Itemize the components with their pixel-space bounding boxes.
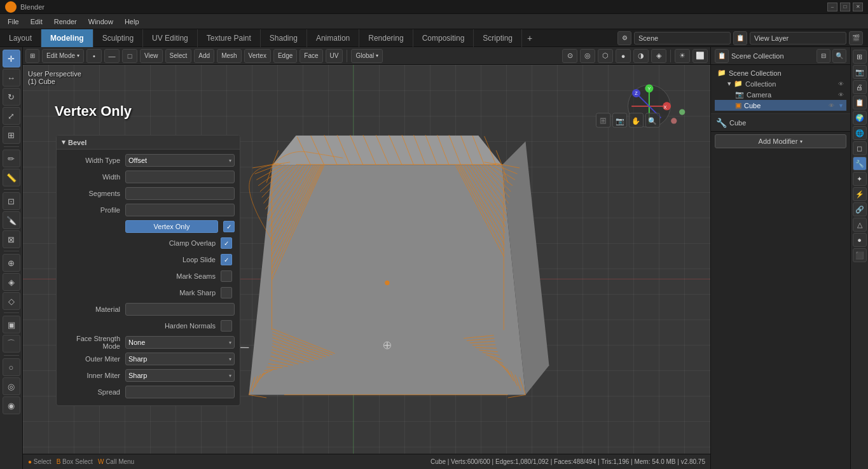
width-type-dropdown[interactable]: Offset <box>125 154 235 167</box>
scene-props-icon[interactable]: ⊞ <box>853 50 867 64</box>
clamp-overlap-checkbox[interactable]: ✓ <box>221 237 232 249</box>
push-pull-tool[interactable]: ◉ <box>3 396 20 414</box>
view-menu[interactable]: View <box>140 49 163 63</box>
texture-props-icon[interactable]: ⬛ <box>853 248 867 262</box>
object-props-icon[interactable]: ◻ <box>853 141 867 155</box>
menu-file[interactable]: File <box>3 17 24 27</box>
tab-scripting[interactable]: Scripting <box>474 29 522 47</box>
cube-item[interactable]: ▣ Cube 👁 ▼ <box>715 100 846 111</box>
select-tool[interactable]: ▣ <box>3 316 20 333</box>
render-icon[interactable]: 🎬 <box>849 31 863 45</box>
proportional-icon[interactable]: ◎ <box>580 49 595 63</box>
face-strength-dropdown[interactable]: None <box>125 336 235 349</box>
mesh-menu[interactable]: Mesh <box>217 49 241 63</box>
move-tool[interactable]: ↔ <box>3 69 20 87</box>
measure-tool[interactable]: 📏 <box>3 169 20 186</box>
face-menu[interactable]: Face <box>300 49 322 63</box>
rotate-tool[interactable]: ↻ <box>3 88 20 106</box>
extrude-tool[interactable]: ⊕ <box>3 254 20 272</box>
outer-miter-dropdown[interactable]: Sharp <box>125 353 235 365</box>
data-props-icon[interactable]: △ <box>853 218 867 232</box>
lasso-tool[interactable]: ⌒ <box>3 335 20 353</box>
close-button[interactable]: ✕ <box>853 3 863 11</box>
spread-input[interactable]: 0.100 <box>125 386 235 398</box>
cursor-tool[interactable]: ✛ <box>3 50 20 67</box>
uv-menu[interactable]: UV <box>326 49 343 63</box>
bevel-collapse-icon[interactable]: ▾ <box>62 138 65 146</box>
search-outliner-icon[interactable]: 🔍 <box>832 49 846 63</box>
tab-sculpting[interactable]: Sculpting <box>93 29 143 47</box>
material-props-icon[interactable]: ● <box>853 233 867 247</box>
scene2-props-icon[interactable]: 🌍 <box>853 111 867 125</box>
add-menu[interactable]: Add <box>194 49 214 63</box>
solid-view-icon[interactable]: ● <box>616 49 631 63</box>
workspace-settings-icon[interactable]: ⚙ <box>617 31 631 45</box>
add-modifier-button[interactable]: Add Modifier <box>715 134 846 148</box>
view-layer-icon[interactable]: 📋 <box>733 31 747 45</box>
material-input[interactable]: -1 <box>125 303 235 316</box>
view-layer-selector[interactable] <box>750 32 846 45</box>
tab-animation[interactable]: Animation <box>307 29 359 47</box>
edge-menu[interactable]: Edge <box>273 49 297 63</box>
mode-selector[interactable]: Edit Mode <box>42 49 84 63</box>
select-menu[interactable]: Select <box>165 49 192 63</box>
loopcut-tool[interactable]: ⊡ <box>3 192 20 210</box>
annotate-tool[interactable]: ✏ <box>3 150 20 167</box>
transform-orientation[interactable]: Global <box>351 49 383 63</box>
modifier-props-icon[interactable]: 🔧 <box>853 157 867 171</box>
render-props-icon[interactable]: 📷 <box>853 65 867 79</box>
add-workspace-button[interactable]: + <box>522 33 537 43</box>
bevel-tool[interactable]: ◇ <box>3 292 20 310</box>
viewport-canvas[interactable]: X Y Z <box>23 65 710 454</box>
knife-tool[interactable]: 🔪 <box>3 211 20 229</box>
profile-input[interactable]: 0.690 <box>125 204 235 216</box>
tab-texture-paint[interactable]: Texture Paint <box>198 29 261 47</box>
editor-type-button[interactable]: ⊞ <box>25 49 39 63</box>
camera-item[interactable]: 📷 Camera 👁 <box>715 89 846 100</box>
vertex-select-icon[interactable]: • <box>86 49 102 63</box>
window-controls[interactable]: – □ ✕ <box>827 3 863 11</box>
maximize-button[interactable]: □ <box>840 3 850 11</box>
vertex-only-value[interactable]: Vertex Only <box>125 220 218 233</box>
vertex-menu[interactable]: Vertex <box>244 49 271 63</box>
viewport-shading-icon[interactable]: ☀ <box>675 49 690 63</box>
view-layer-props-icon[interactable]: 📋 <box>853 95 867 109</box>
width-input[interactable]: 2.75m <box>125 171 235 183</box>
scale-tool[interactable]: ⤢ <box>3 107 20 125</box>
bisect-tool[interactable]: ⊠ <box>3 230 20 248</box>
outliner-icon[interactable]: 📋 <box>715 49 729 63</box>
tab-layout[interactable]: Layout <box>0 29 41 47</box>
snap-icon[interactable]: ⊙ <box>562 49 577 63</box>
segments-input[interactable]: 9 <box>125 187 235 200</box>
smooth-tool[interactable]: ○ <box>3 358 20 376</box>
vertex-only-checkbox[interactable]: ✓ <box>223 221 235 232</box>
face-select-icon[interactable]: □ <box>122 49 137 63</box>
physics-props-icon[interactable]: ⚡ <box>853 187 867 201</box>
constraints-props-icon[interactable]: 🔗 <box>853 202 867 216</box>
inset-tool[interactable]: ◈ <box>3 273 20 291</box>
tab-compositing[interactable]: Compositing <box>413 29 474 47</box>
tab-uv-editing[interactable]: UV Editing <box>143 29 198 47</box>
inner-miter-dropdown[interactable]: Sharp <box>125 369 235 382</box>
tab-rendering[interactable]: Rendering <box>359 29 413 47</box>
menu-render[interactable]: Render <box>49 17 82 27</box>
menu-help[interactable]: Help <box>120 17 144 27</box>
material-view-icon[interactable]: ◑ <box>633 49 649 63</box>
shrink-tool[interactable]: ◎ <box>3 377 20 395</box>
tab-shading[interactable]: Shading <box>261 29 307 47</box>
world-props-icon[interactable]: 🌐 <box>853 126 867 140</box>
scene-selector[interactable] <box>634 32 731 45</box>
transform-tool[interactable]: ⊞ <box>3 126 20 144</box>
mark-sharp-checkbox[interactable] <box>221 287 232 298</box>
loop-slide-checkbox[interactable]: ✓ <box>221 254 232 265</box>
particles-props-icon[interactable]: ✦ <box>853 172 867 186</box>
edge-select-icon[interactable]: — <box>104 49 120 63</box>
minimize-button[interactable]: – <box>827 3 837 11</box>
xray-icon[interactable]: ⬜ <box>692 49 708 63</box>
harden-normals-checkbox[interactable] <box>221 320 232 332</box>
filter-icon[interactable]: ⊟ <box>816 49 830 63</box>
menu-window[interactable]: Window <box>83 17 118 27</box>
tab-modeling[interactable]: Modeling <box>41 29 93 47</box>
wireframe-icon[interactable]: ⬡ <box>598 49 613 63</box>
output-props-icon[interactable]: 🖨 <box>853 80 867 94</box>
